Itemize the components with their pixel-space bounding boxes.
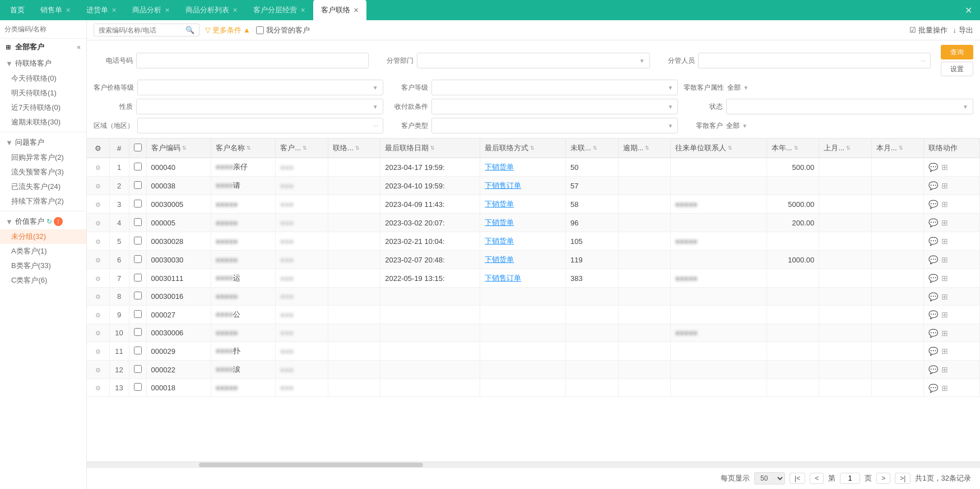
chat-action-icon[interactable]: 💬 xyxy=(928,255,938,264)
last-contact-way-link[interactable]: 下销货单 xyxy=(485,218,514,227)
th-contact[interactable]: 联络... ⇅ xyxy=(328,139,380,158)
window-close-button[interactable]: ✕ xyxy=(959,5,978,16)
chat-action-icon[interactable]: 💬 xyxy=(928,181,938,190)
last-contact-way-link[interactable]: 下销货单 xyxy=(485,255,514,264)
problem-group-label[interactable]: ▼ 问题客户 xyxy=(0,135,86,150)
tab-product-list[interactable]: 商品分析列表 ✕ xyxy=(178,0,245,20)
last-contact-way-link[interactable]: 下销货单 xyxy=(485,237,514,245)
sidebar-item-overdue-pending[interactable]: 逾期未联络(30) xyxy=(0,115,86,130)
th-no-contact[interactable]: 未联... ⇅ xyxy=(566,139,619,158)
row-checkbox[interactable] xyxy=(134,274,142,282)
row-checkbox[interactable] xyxy=(134,163,142,170)
sidebar-item-7day-pending[interactable]: 近7天待联络(0) xyxy=(0,100,86,115)
row-checkbox[interactable] xyxy=(134,310,142,318)
grid-action-icon[interactable]: ⊞ xyxy=(941,181,948,190)
grid-action-icon[interactable]: ⊞ xyxy=(941,274,948,283)
th-gear[interactable]: ⚙ xyxy=(87,139,109,158)
refresh-icon[interactable]: ↻ xyxy=(47,218,52,225)
grid-action-icon[interactable]: ⊞ xyxy=(941,255,948,264)
prev-page-button[interactable]: < xyxy=(810,473,824,484)
sidebar-item-class-b[interactable]: B类客户(33) xyxy=(0,259,86,273)
grid-action-icon[interactable]: ⊞ xyxy=(941,163,948,172)
more-conditions-toggle[interactable]: ▽ 更多条件 ▲ xyxy=(205,25,250,35)
sidebar-item-tomorrow-pending[interactable]: 明天待联络(1) xyxy=(0,86,86,100)
grid-action-icon[interactable]: ⊞ xyxy=(941,200,948,209)
customer-level-select[interactable]: ▼ xyxy=(431,80,679,95)
close-customer-contact-tab[interactable]: ✕ xyxy=(354,7,359,14)
last-contact-way-link[interactable]: 下销售订单 xyxy=(485,181,521,190)
horizontal-scrollbar[interactable] xyxy=(87,462,980,467)
manager-select[interactable]: ··· xyxy=(698,53,931,68)
last-contact-way-link[interactable]: 下销货单 xyxy=(485,200,514,208)
customer-type-select[interactable]: ▼ xyxy=(431,118,679,133)
sidebar-item-churned[interactable]: 已流失客户(24) xyxy=(0,179,86,194)
th-category[interactable]: 客户... ⇅ xyxy=(276,139,328,158)
price-level-select[interactable]: ▼ xyxy=(137,80,383,95)
last-page-button[interactable]: >| xyxy=(895,473,911,484)
row-checkbox[interactable] xyxy=(134,383,142,391)
main-search-input[interactable] xyxy=(99,26,183,34)
batch-ops-button[interactable]: ☑ 批量操作 xyxy=(909,25,948,35)
close-product-list-tab[interactable]: ✕ xyxy=(233,7,238,14)
chat-action-icon[interactable]: 💬 xyxy=(928,218,938,227)
reset-button[interactable]: 设置 xyxy=(941,62,973,76)
th-this-month[interactable]: 本月... ⇅ xyxy=(871,139,924,158)
phone-input[interactable] xyxy=(136,53,369,68)
row-checkbox[interactable] xyxy=(134,255,142,263)
sidebar-item-declining[interactable]: 持续下滑客户(2) xyxy=(0,194,86,209)
close-customer-segment-tab[interactable]: ✕ xyxy=(300,7,305,14)
scrollbar-thumb[interactable] xyxy=(199,463,423,467)
sidebar-item-ungrouped[interactable]: 未分组(32) xyxy=(0,229,86,244)
region-select[interactable]: ··· xyxy=(137,118,383,133)
my-customers-check[interactable] xyxy=(256,26,264,34)
row-checkbox[interactable] xyxy=(134,365,142,373)
row-checkbox[interactable] xyxy=(134,237,142,245)
th-code[interactable]: 客户编码 ⇅ xyxy=(146,139,211,158)
chat-action-icon[interactable]: 💬 xyxy=(928,310,938,319)
main-search-icon[interactable]: 🔍 xyxy=(185,26,194,34)
zero-customer-select[interactable]: 全部 ▼ xyxy=(726,121,973,131)
export-button[interactable]: ↓ 导出 xyxy=(953,25,974,35)
grid-action-icon[interactable]: ⊞ xyxy=(941,292,948,301)
th-company-contact[interactable]: 往来单位联系人 ⇅ xyxy=(671,139,767,158)
th-this-year[interactable]: 本年... ⇅ xyxy=(767,139,819,158)
all-customers-header[interactable]: ⊞ 全部客户 « xyxy=(0,39,86,56)
grid-action-icon[interactable]: ⊞ xyxy=(941,365,948,374)
pending-group-label[interactable]: ▼ 待联络客户 xyxy=(0,56,86,71)
th-overdue[interactable]: 逾期... ⇅ xyxy=(618,139,671,158)
row-checkbox[interactable] xyxy=(134,347,142,354)
score-group-label[interactable]: ▼ 价值客户 ↻ ! xyxy=(0,214,86,229)
per-page-select[interactable]: 50 20 100 xyxy=(754,472,785,485)
tab-product-analysis[interactable]: 商品分析 ✕ xyxy=(124,0,178,20)
sidebar-item-class-a[interactable]: A类客户(1) xyxy=(0,244,86,259)
row-checkbox[interactable] xyxy=(134,292,142,299)
close-purchase-tab[interactable]: ✕ xyxy=(112,7,117,14)
nature-select[interactable]: ▼ xyxy=(136,99,383,114)
grid-action-icon[interactable]: ⊞ xyxy=(941,347,948,356)
last-contact-way-link[interactable]: 下销售订单 xyxy=(485,274,521,282)
chat-action-icon[interactable]: 💬 xyxy=(928,237,938,246)
th-name[interactable]: 客户名称 ⇅ xyxy=(211,139,275,158)
chat-action-icon[interactable]: 💬 xyxy=(928,384,938,393)
chat-action-icon[interactable]: 💬 xyxy=(928,163,938,172)
my-customers-checkbox[interactable]: 我分管的客户 xyxy=(256,25,310,35)
grid-action-icon[interactable]: ⊞ xyxy=(941,384,948,393)
chat-action-icon[interactable]: 💬 xyxy=(928,329,938,338)
select-all-checkbox[interactable] xyxy=(134,144,142,151)
sidebar-item-churn-warning[interactable]: 流失预警客户(3) xyxy=(0,165,86,179)
grid-action-icon[interactable]: ⊞ xyxy=(941,329,948,338)
grid-action-icon[interactable]: ⊞ xyxy=(941,310,948,319)
chat-action-icon[interactable]: 💬 xyxy=(928,292,938,301)
status-select[interactable]: ▼ xyxy=(726,99,973,114)
tab-home[interactable]: 首页 xyxy=(2,0,32,20)
next-page-button[interactable]: > xyxy=(876,473,890,484)
sidebar-item-class-c[interactable]: C类客户(6) xyxy=(0,273,86,288)
chat-action-icon[interactable]: 💬 xyxy=(928,274,938,283)
sidebar-item-repurchase-abnormal[interactable]: 回购异常客户(2) xyxy=(0,150,86,165)
close-sales-tab[interactable]: ✕ xyxy=(66,7,71,14)
row-checkbox[interactable] xyxy=(134,200,142,207)
th-last-contact-way[interactable]: 最后联络方式 ⇅ xyxy=(480,139,566,158)
gear-settings-icon[interactable]: ⚙ xyxy=(95,144,101,153)
page-number-input[interactable] xyxy=(840,473,860,484)
payment-select[interactable]: ▼ xyxy=(431,99,679,114)
